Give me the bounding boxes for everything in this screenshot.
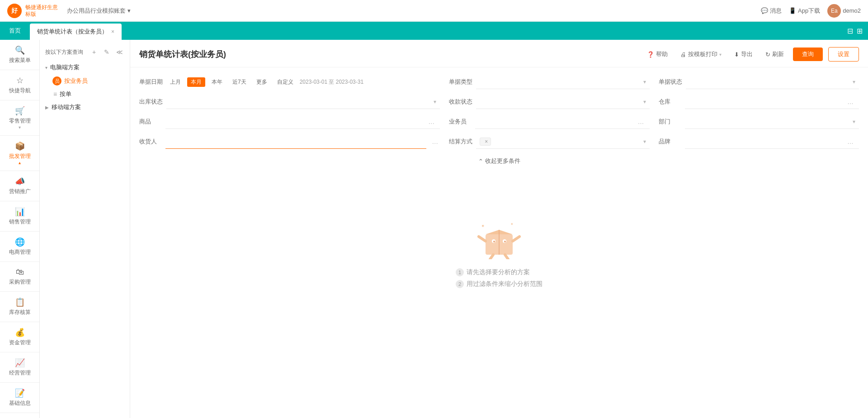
tree-scheme-salesman[interactable]: 员 按业务员 bbox=[40, 74, 130, 88]
salesman-label: 业务员 bbox=[449, 118, 472, 126]
step1-badge: 1 bbox=[456, 268, 464, 276]
nav-left: 好 畅捷通好生意 标版 办公用品行业模拟账套 ▾ bbox=[7, 4, 134, 18]
print-btn[interactable]: 🖨 按模板打印 ▾ bbox=[677, 48, 725, 60]
logo[interactable]: 好 畅捷通好生意 标版 bbox=[7, 4, 58, 18]
tab-home[interactable]: 首页 bbox=[0, 22, 30, 40]
filter-row-2: 出库状态 ▾ 收款状态 ▾ 仓库 bbox=[139, 95, 859, 109]
page-actions: ❓ 帮助 🖨 按模板打印 ▾ ⬇ 导出 ↻ 刷新 bbox=[643, 47, 859, 62]
sidebar-item-inventory[interactable]: 📋 库存核算 bbox=[0, 292, 39, 322]
app-selector[interactable]: 办公用品行业模拟账套 ▾ bbox=[63, 5, 134, 17]
salesman-input[interactable]: … bbox=[475, 114, 649, 129]
goods-ellipsis-icon: … bbox=[426, 118, 436, 125]
salesman-ellipsis-icon: … bbox=[636, 118, 646, 125]
print-arrow-icon: ▾ bbox=[719, 52, 722, 57]
svg-line-8 bbox=[513, 237, 519, 241]
filter-bill-status: 单据状态 ▾ bbox=[659, 75, 859, 89]
wholesale-icon: 📦 bbox=[15, 141, 25, 151]
settlement-input[interactable]: × ▾ bbox=[476, 134, 649, 149]
collapse-arrow-icon: ⌃ bbox=[478, 158, 483, 165]
goods-label: 商品 bbox=[139, 118, 162, 126]
empty-text: 1 请先选择要分析的方案 2 用过滤条件来缩小分析范围 bbox=[456, 268, 542, 292]
top-nav: 好 畅捷通好生意 标版 办公用品行业模拟账套 ▾ 💬 消息 📱 App下载 Ea… bbox=[0, 0, 868, 22]
tree-scheme-bill[interactable]: ≡ 按单 bbox=[40, 88, 130, 100]
user-menu[interactable]: Ea demo2 bbox=[827, 4, 861, 18]
date-custom-btn[interactable]: 自定义 bbox=[274, 77, 297, 87]
warehouse-ellipsis-icon: … bbox=[845, 98, 855, 105]
content-area: 按以下方案查询 + ✎ ≪ ▾ 电脑端方案 员 按业务员 ≡ 按单 bbox=[40, 40, 868, 418]
filter-date: 单据日期 上月 本月 本年 近7天 更多 自定义 2023-03-01 至 20… bbox=[139, 77, 440, 87]
message-btn[interactable]: 💬 消息 bbox=[761, 7, 782, 15]
bill-status-select[interactable]: ▾ bbox=[686, 75, 859, 89]
sidebar-item-ecommerce[interactable]: 🌐 电商管理 bbox=[0, 232, 39, 262]
settings-btn[interactable]: 设置 bbox=[828, 47, 859, 62]
purchase-icon: 🛍 bbox=[16, 267, 24, 277]
add-scheme-btn[interactable]: + bbox=[89, 47, 99, 57]
edit-scheme-btn[interactable]: ✎ bbox=[102, 47, 112, 57]
svg-line-10 bbox=[505, 255, 508, 259]
date-this-year-btn[interactable]: 本年 bbox=[208, 77, 226, 87]
sidebar-item-retail[interactable]: 🛒 零售管理 ▾ bbox=[0, 100, 39, 136]
brand-input[interactable]: … bbox=[685, 134, 859, 149]
date-last-month-btn[interactable]: 上月 bbox=[166, 77, 184, 87]
refresh-icon: ↻ bbox=[765, 51, 770, 58]
filter-dept: 部门 ▾ bbox=[659, 114, 859, 129]
settlement-tag-close-btn[interactable]: × bbox=[485, 138, 488, 145]
sidebar-item-shortcut[interactable]: ☆ 快捷导航 bbox=[0, 70, 39, 100]
tab-close-btn[interactable]: × bbox=[111, 28, 114, 35]
collapse-conditions-btn[interactable]: ⌃ 收起更多条件 bbox=[139, 154, 859, 171]
date-this-month-btn[interactable]: 本月 bbox=[187, 77, 205, 87]
help-icon: ❓ bbox=[647, 51, 654, 58]
tree-mobile-folder[interactable]: ▶ 移动端方案 bbox=[40, 100, 130, 114]
sidebar-item-purchase[interactable]: 🛍 采购管理 bbox=[0, 262, 39, 292]
shortcut-icon: ☆ bbox=[16, 76, 24, 86]
collapse-panel-btn[interactable]: ≪ bbox=[114, 47, 124, 57]
warehouse-input[interactable]: … bbox=[685, 95, 859, 109]
bill-status-arrow-icon: ▾ bbox=[853, 79, 855, 85]
tree-pc-folder[interactable]: ▾ 电脑端方案 bbox=[40, 61, 130, 74]
date-7days-btn[interactable]: 近7天 bbox=[229, 77, 250, 87]
sidebar-item-search[interactable]: 🔍 搜索菜单 bbox=[0, 40, 39, 70]
scheme-icon: 员 bbox=[52, 76, 61, 86]
svg-line-9 bbox=[490, 255, 493, 259]
date-more-btn[interactable]: 更多 bbox=[253, 77, 271, 87]
retail-icon: 🛒 bbox=[15, 106, 25, 116]
sales-icon: 📊 bbox=[15, 207, 25, 217]
tree-arrow-icon: ▾ bbox=[45, 65, 47, 70]
receive-status-select[interactable]: ▾ bbox=[476, 95, 649, 109]
consignee-input[interactable] bbox=[165, 134, 426, 149]
tab-collapse-btn[interactable]: ⊟ bbox=[847, 27, 853, 35]
bill-type-select[interactable]: ▾ bbox=[476, 75, 649, 89]
left-panel: 按以下方案查询 + ✎ ≪ ▾ 电脑端方案 员 按业务员 ≡ 按单 bbox=[40, 40, 130, 418]
tab-active[interactable]: 销货单统计表（按业务员） × bbox=[30, 24, 122, 40]
sidebar-item-sales[interactable]: 📊 销售管理 bbox=[0, 201, 39, 232]
search-icon: 🔍 bbox=[15, 45, 25, 55]
date-filter-group: 上月 本月 本年 近7天 更多 自定义 2023-03-01 至 2023-03… bbox=[166, 77, 440, 87]
date-label: 单据日期 bbox=[139, 78, 163, 86]
refresh-btn[interactable]: ↻ 刷新 bbox=[762, 48, 788, 60]
tab-expand-btn[interactable]: ⊞ bbox=[857, 27, 863, 35]
dept-select[interactable]: ▾ bbox=[685, 114, 859, 129]
query-btn[interactable]: 查询 bbox=[793, 48, 823, 61]
sidebar-item-finance[interactable]: 💰 资金管理 bbox=[0, 322, 39, 352]
svg-text:✦: ✦ bbox=[510, 222, 514, 226]
sidebar-item-system[interactable]: ⚙ 系统管理 bbox=[0, 413, 39, 418]
svg-text:✦: ✦ bbox=[481, 223, 485, 228]
ship-status-label: 出库状态 bbox=[139, 98, 163, 106]
filter-brand: 品牌 … bbox=[659, 134, 859, 149]
export-btn[interactable]: ⬇ 导出 bbox=[731, 48, 756, 60]
settlement-arrow-icon: ▾ bbox=[643, 138, 646, 145]
app-download-btn[interactable]: 📱 App下载 bbox=[789, 7, 820, 15]
help-btn[interactable]: ❓ 帮助 bbox=[643, 48, 671, 60]
sidebar-item-operation[interactable]: 📈 经营管理 bbox=[0, 352, 39, 383]
sidebar-item-basic[interactable]: 📝 基础信息 bbox=[0, 383, 39, 413]
phone-icon: 📱 bbox=[789, 7, 796, 14]
date-range-display: 2023-03-01 至 2023-03-31 bbox=[300, 78, 363, 86]
sidebar-item-marketing[interactable]: 📣 营销推广 bbox=[0, 171, 39, 201]
dept-arrow-icon: ▾ bbox=[853, 119, 855, 125]
sidebar-item-wholesale[interactable]: 📦 批发管理 ▴ bbox=[0, 136, 39, 171]
receive-status-label: 收款状态 bbox=[449, 98, 472, 106]
filter-area: 单据日期 上月 本月 本年 近7天 更多 自定义 2023-03-01 至 20… bbox=[130, 67, 868, 178]
ship-status-select[interactable]: ▾ bbox=[166, 95, 440, 109]
goods-input[interactable]: … bbox=[165, 114, 440, 129]
filter-bill-type: 单据类型 ▾ bbox=[449, 75, 649, 89]
